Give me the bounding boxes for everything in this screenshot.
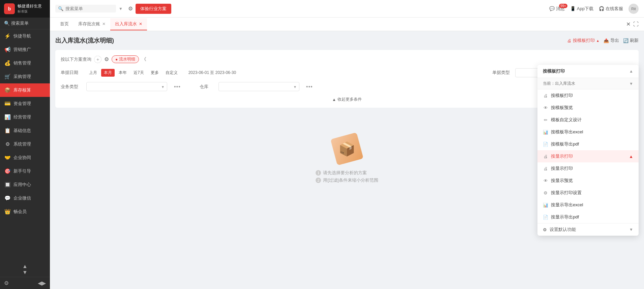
tab-home[interactable]: 首页 — [55, 18, 74, 30]
dropdown-collapse-icon[interactable]: ▲ — [629, 69, 633, 74]
date-tab-more[interactable]: 更多 — [148, 69, 162, 77]
topbar-gear-icon[interactable]: ⚙ — [128, 5, 133, 12]
inventory-icon: 📦 — [4, 87, 11, 94]
biz-type-label: 业务类型 — [61, 84, 81, 90]
topbar-search-box[interactable]: 🔍 — [55, 5, 116, 12]
headset-icon: 🎧 — [599, 6, 604, 11]
sidebar-item-marketing[interactable]: 📢 营销推广 — [0, 43, 50, 56]
current-chevron-icon[interactable]: ▼ — [629, 81, 633, 86]
date-tab-this-year[interactable]: 本年 — [116, 69, 129, 77]
finance-icon: 💳 — [4, 100, 11, 107]
display-export-excel-item[interactable]: 📊 按显示导出excel — [537, 199, 639, 211]
dropdown-footer[interactable]: ⚙ 设置默认功能 ▼ — [537, 223, 639, 236]
sidebar-item-sales[interactable]: 💰 销售管理 — [0, 56, 50, 70]
close-all-tabs-icon[interactable]: ✕ — [626, 21, 631, 27]
tab-flow[interactable]: 出入库流水 ✕ — [110, 18, 147, 30]
filter-setting-icon[interactable]: ⚙ — [104, 56, 109, 62]
sidebar-item-app-center[interactable]: 🔲 应用中心 — [0, 178, 50, 191]
logo-text: 畅捷通好生意 标准版 — [18, 4, 42, 14]
biz-more-icon[interactable]: ••• — [174, 84, 181, 90]
settings-footer-icon[interactable]: ⚙ — [4, 280, 9, 286]
wechat-icon: 💬 — [4, 195, 11, 202]
filter-tag[interactable]: ● 流水明细 — [112, 55, 139, 63]
sidebar-scroll-up[interactable]: ▲ — [22, 263, 28, 269]
collapse-sidebar-icon[interactable]: ◀▶ — [38, 280, 46, 286]
sidebar-scroll-down[interactable]: ▼ — [22, 269, 28, 275]
sidebar-item-basics[interactable]: 📋 基础信息 — [0, 124, 50, 137]
user-avatar[interactable]: Rit — [628, 4, 639, 14]
settings-default-icon: ⚙ — [543, 227, 547, 232]
display-export-pdf-item[interactable]: 📄 按显示导出pdf — [537, 211, 639, 223]
date-range-display: 2023-06-01 至 2023-06-30 — [188, 70, 236, 76]
expand-tab-icon[interactable]: ⛶ — [633, 21, 639, 27]
dropdown-items-list: 🖨 按模板打印 👁 按模板预览 ✏ 模板自定义设计 📊 按模板导出excel — [537, 89, 639, 223]
design-icon: ✏ — [543, 117, 548, 123]
sidebar-search[interactable]: 🔍 搜索菜单 — [0, 18, 50, 29]
collapse-up-icon: ▲ — [332, 97, 336, 102]
display-print-icon: 🖨 — [543, 154, 548, 159]
empty-tips: 1 请先选择要分析的方案 2 用[过滤]条件来缩小分析范围 — [316, 170, 378, 185]
topbar-right: 💬 消息 99+ 📱 App下载 🎧 在线客服 Rit — [549, 4, 639, 14]
message-icon: 💬 — [549, 6, 555, 11]
sidebar-item-finance[interactable]: 💳 资金管理 — [0, 97, 50, 110]
filter-add-button[interactable]: + — [94, 56, 101, 63]
app-download-button[interactable]: 📱 App下载 — [570, 6, 593, 12]
sidebar-item-wechat[interactable]: 💬 企业微信 — [0, 191, 50, 205]
tip-num-2: 2 — [316, 178, 321, 183]
date-tab-this-month[interactable]: 本月 — [101, 69, 115, 77]
purchase-icon: 🛒 — [4, 73, 11, 80]
filter-collapse-icon[interactable]: 《 — [142, 56, 146, 62]
biz-type-select-wrap — [86, 82, 167, 91]
template-print-dropdown: 按模板打印 ▲ 当前：出入库流水 ▼ 🖨 按模板打印 👁 按模板预览 — [537, 65, 639, 236]
sidebar-item-inventory[interactable]: 📦 库存核算 — [0, 83, 50, 97]
sidebar-item-member[interactable]: 👑 畅会员 — [0, 205, 50, 218]
dropdown-current: 当前：出入库流水 ▼ — [537, 78, 639, 89]
tab-batch-account[interactable]: 库存批次账 ✕ — [74, 18, 110, 30]
preview-icon-2: 👁 — [543, 178, 548, 183]
display-print-settings-item[interactable]: ⚙ 按显示打印设置 — [537, 187, 639, 199]
page-header: 出入库流水(流水明细) 🖨 按模板打印 ▲ 📤 导出 🔄 刷新 — [55, 36, 639, 45]
template-export-excel-item[interactable]: 📊 按模板导出excel — [537, 126, 639, 138]
tab-close-batch[interactable]: ✕ — [102, 22, 106, 26]
template-print-item[interactable]: 🖨 按模板打印 — [537, 89, 639, 102]
date-tab-last-month[interactable]: 上月 — [86, 69, 100, 77]
tab-close-flow[interactable]: ✕ — [139, 22, 142, 26]
warehouse-label: 仓库 — [200, 84, 213, 90]
sidebar-item-quick-nav[interactable]: ⚡ 快捷导航 — [0, 29, 50, 43]
industry-solution-button[interactable]: 体验行业方案 — [136, 4, 171, 14]
collab-icon: 🤝 — [4, 154, 11, 161]
warehouse-select[interactable] — [218, 82, 299, 91]
template-print-chevron-icon: ▲ — [596, 39, 599, 43]
tabs-right-actions: ✕ ⛶ — [626, 21, 639, 27]
refresh-button[interactable]: 🔄 刷新 — [623, 37, 639, 44]
sidebar-item-purchase[interactable]: 🛒 采购管理 — [0, 70, 50, 83]
sidebar-item-management[interactable]: 📊 经营管理 — [0, 110, 50, 124]
display-print-item[interactable]: 🖨 按显示打印 — [537, 162, 639, 175]
export-button[interactable]: 📤 导出 — [604, 37, 619, 44]
template-design-item[interactable]: ✏ 模板自定义设计 — [537, 114, 639, 126]
template-print-button[interactable]: 🖨 按模板打印 ▲ — [567, 37, 599, 44]
biz-type-select[interactable] — [86, 82, 167, 91]
topbar-dropdown-icon[interactable]: ▼ — [119, 6, 123, 11]
date-tabs: 上月 本月 本年 近7天 更多 自定义 — [86, 69, 180, 77]
refresh-icon: 🔄 — [623, 38, 628, 43]
display-preview-item[interactable]: 👁 按显示预览 — [537, 175, 639, 187]
topbar-search-icon: 🔍 — [58, 6, 63, 11]
date-tab-7days[interactable]: 近7天 — [131, 69, 147, 77]
date-tab-custom[interactable]: 自定义 — [163, 69, 180, 77]
sidebar: b 畅捷通好生意 标准版 🔍 搜索菜单 ⚡ 快捷导航 📢 营销推广 💰 销售管理 — [0, 0, 50, 289]
sidebar-footer: ⚙ ◀▶ — [0, 277, 50, 289]
collapse-more-button[interactable]: ▲ 收起更多条件 — [332, 97, 362, 102]
sidebar-item-system[interactable]: ⚙ 系统管理 — [0, 137, 50, 151]
settings-icon-2: ⚙ — [543, 190, 548, 195]
pdf-icon-2: 📄 — [543, 214, 548, 220]
display-print-section-header[interactable]: 🖨 按显示打印 ▲ — [537, 150, 639, 162]
sidebar-item-guide[interactable]: 🎯 新手引导 — [0, 164, 50, 178]
warehouse-more-icon[interactable]: ••• — [306, 84, 313, 90]
online-service-button[interactable]: 🎧 在线客服 — [599, 6, 623, 12]
messages-button[interactable]: 💬 消息 99+ — [549, 6, 565, 12]
template-export-pdf-item[interactable]: 📄 按模板导出pdf — [537, 138, 639, 150]
topbar-search-input[interactable] — [65, 6, 109, 11]
template-preview-item[interactable]: 👁 按模板预览 — [537, 102, 639, 114]
sidebar-item-collab[interactable]: 🤝 企业协同 — [0, 151, 50, 164]
